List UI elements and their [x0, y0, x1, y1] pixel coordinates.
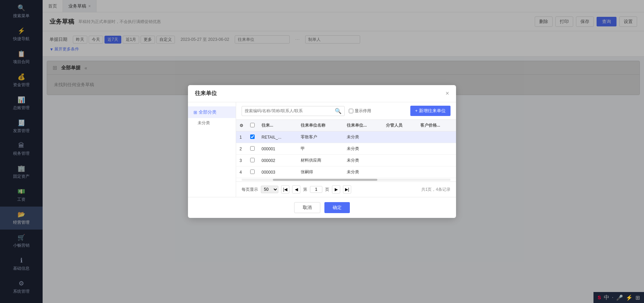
- per-page-label: 每页显示: [242, 187, 258, 193]
- modal-sidebar-uncategorized[interactable]: 未分类: [188, 118, 236, 128]
- cancel-button[interactable]: 取消: [294, 202, 320, 213]
- page-total: 共1页，4条记录: [421, 187, 451, 193]
- td-price-level: [417, 131, 456, 143]
- th-category: 往来单位...: [343, 120, 382, 131]
- modal-close-button[interactable]: ×: [445, 90, 449, 97]
- table-row[interactable]: 4 000003 张嗣得 未分类: [236, 166, 456, 178]
- td-category: 未分类: [343, 143, 382, 155]
- bottom-icon-mic[interactable]: 🎤: [616, 294, 623, 301]
- modal-sidebar-all-label: 全部分类: [199, 109, 216, 115]
- bottom-icon-bolt[interactable]: ⚡: [626, 294, 633, 301]
- bottom-logo: S: [598, 295, 601, 300]
- table-row[interactable]: 1 RETAIL_... 零散客户 未分类: [236, 131, 456, 143]
- td-code: RETAIL_...: [258, 131, 297, 143]
- page-last-btn[interactable]: ▶|: [343, 185, 351, 194]
- bottom-taskbar: S 中 · 🎤 ⚡ ⊞: [593, 292, 644, 303]
- row-checkbox[interactable]: [250, 170, 255, 174]
- row-checkbox[interactable]: [250, 146, 255, 151]
- page-next-btn[interactable]: ▶: [332, 185, 340, 194]
- page-input[interactable]: [310, 186, 322, 193]
- th-checkbox: [247, 120, 258, 131]
- modal-footer: 取消 确定: [188, 197, 456, 218]
- modal-search-input[interactable]: [245, 108, 333, 113]
- modal-dialog: 往来单位 × ⊞ 全部分类 未分类 🔍: [188, 85, 456, 218]
- modal-search-wrap: 🔍: [242, 106, 345, 116]
- td-price-level: [417, 155, 456, 166]
- add-company-button[interactable]: + 新增往来单位: [410, 106, 451, 116]
- row-checkbox[interactable]: [250, 158, 255, 162]
- row-checkbox[interactable]: [250, 135, 255, 139]
- td-checkbox: [247, 155, 258, 166]
- td-name: 张嗣得: [297, 166, 344, 178]
- td-checkbox: [247, 166, 258, 178]
- td-category: 未分类: [343, 166, 382, 178]
- confirm-button[interactable]: 确定: [324, 202, 350, 213]
- td-name: 材料供应商: [297, 155, 344, 166]
- select-all-checkbox[interactable]: [250, 123, 255, 127]
- td-manager: [382, 131, 417, 143]
- th-name: 往来单位名称: [297, 120, 344, 131]
- modal-header: 往来单位 ×: [188, 85, 456, 102]
- modal-search-bar: 🔍 显示停用 + 新增往来单位: [236, 102, 456, 120]
- td-manager: [382, 143, 417, 155]
- modal-pagination: 每页显示 50 100 |◀ ◀ 第 页 ▶ ▶| 共1页，4条记录: [236, 182, 456, 197]
- modal-table-header-row: ⚙ 往来... 往来单位名称 往来单位... 分管人员 客户价格...: [236, 120, 456, 131]
- td-row-num: 3: [236, 155, 247, 166]
- td-manager: [382, 166, 417, 178]
- bottom-icon-zh[interactable]: 中: [604, 294, 609, 301]
- modal-sidebar-all[interactable]: ⊞ 全部分类: [188, 106, 236, 118]
- modal-table-body: 1 RETAIL_... 零散客户 未分类 2: [236, 131, 456, 178]
- td-checkbox: [247, 131, 258, 143]
- modal-sidebar: ⊞ 全部分类 未分类: [188, 102, 236, 197]
- td-code: 000003: [258, 166, 297, 178]
- th-code: 往来...: [258, 120, 297, 131]
- td-code: 000001: [258, 143, 297, 155]
- td-checkbox: [247, 143, 258, 155]
- modal-table-scroll: ⚙ 往来... 往来单位名称 往来单位... 分管人员 客户价格...: [236, 120, 456, 178]
- bottom-icon-grid[interactable]: ⊞: [635, 294, 640, 301]
- page-first-btn[interactable]: |◀: [281, 185, 289, 194]
- modal-title: 往来单位: [195, 90, 217, 97]
- td-name: 甲: [297, 143, 344, 155]
- td-category: 未分类: [343, 155, 382, 166]
- table-row[interactable]: 3 000002 材料供应商 未分类: [236, 155, 456, 166]
- modal-body: ⊞ 全部分类 未分类 🔍 显示停用: [188, 102, 456, 197]
- td-row-num: 4: [236, 166, 247, 178]
- th-price-level: 客户价格...: [417, 120, 456, 131]
- search-icon: 🔍: [335, 108, 342, 114]
- page-size-select[interactable]: 50 100: [261, 186, 278, 193]
- scrollbar-thumb: [273, 179, 377, 181]
- show-disabled-checkbox-wrap: 显示停用: [349, 108, 371, 114]
- bottom-icon-dot: ·: [612, 294, 613, 301]
- th-manager: 分管人员: [382, 120, 417, 131]
- th-settings: ⚙: [236, 120, 247, 131]
- modal-table-head: ⚙ 往来... 往来单位名称 往来单位... 分管人员 客户价格...: [236, 120, 456, 131]
- page-suffix: 页: [325, 187, 329, 193]
- modal-main: 🔍 显示停用 + 新增往来单位 ⚙: [236, 102, 456, 197]
- td-row-num: 2: [236, 143, 247, 155]
- show-disabled-checkbox[interactable]: [349, 109, 353, 113]
- td-row-num: 1: [236, 131, 247, 143]
- overlay: 往来单位 × ⊞ 全部分类 未分类 🔍: [0, 0, 644, 303]
- grid-icon-small: ⊞: [193, 110, 197, 115]
- td-price-level: [417, 143, 456, 155]
- td-manager: [382, 155, 417, 166]
- table-row[interactable]: 2 000001 甲 未分类: [236, 143, 456, 155]
- page-prev-btn[interactable]: ◀: [292, 185, 300, 194]
- td-code: 000002: [258, 155, 297, 166]
- td-name: 零散客户: [297, 131, 344, 143]
- td-price-level: [417, 166, 456, 178]
- show-disabled-label: 显示停用: [355, 108, 371, 114]
- modal-sidebar-sub-label: 未分类: [198, 120, 210, 125]
- td-category: 未分类: [343, 131, 382, 143]
- page-label: 第: [303, 187, 307, 193]
- modal-data-table: ⚙ 往来... 往来单位名称 往来单位... 分管人员 客户价格...: [236, 120, 456, 178]
- modal-horizontal-scrollbar[interactable]: [242, 179, 451, 181]
